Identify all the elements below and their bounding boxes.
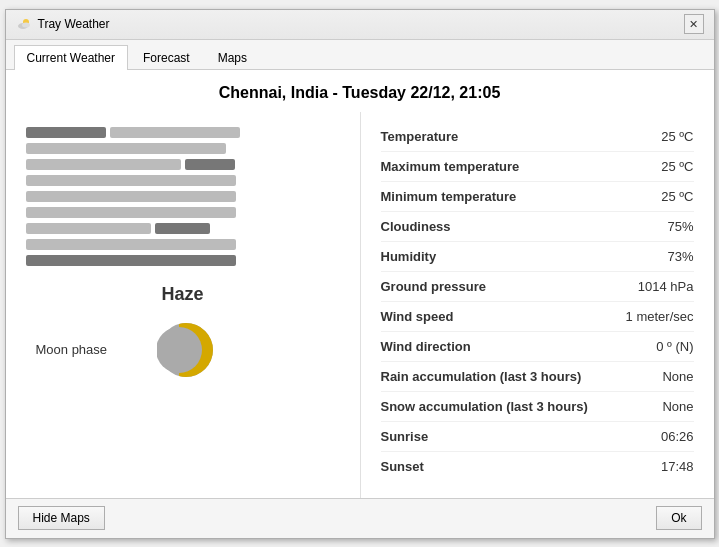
bar [26,143,226,154]
right-panel: Temperature25 ºCMaximum temperature25 ºC… [361,112,714,498]
bar-row [26,223,340,234]
bar [185,159,235,170]
weather-row-value: None [662,369,693,384]
weather-row-label: Cloudiness [381,219,451,234]
weather-row-value: None [662,399,693,414]
weather-row: Rain accumulation (last 3 hours)None [381,362,694,392]
weather-row-label: Wind speed [381,309,454,324]
weather-row: Sunset17:48 [381,452,694,481]
title-bar: Tray Weather ✕ [6,10,714,40]
bar-row [26,175,340,186]
weather-row-value: 25 ºC [661,189,693,204]
weather-row: Snow accumulation (last 3 hours)None [381,392,694,422]
hide-maps-button[interactable]: Hide Maps [18,506,105,530]
tab-maps[interactable]: Maps [205,45,260,70]
bar [26,255,236,266]
bar [26,207,236,218]
weather-row: Wind speed1 meter/sec [381,302,694,332]
weather-row-label: Rain accumulation (last 3 hours) [381,369,582,384]
ok-button[interactable]: Ok [656,506,701,530]
weather-row-value: 25 ºC [661,159,693,174]
weather-row-value: 25 ºC [661,129,693,144]
weather-condition-label: Haze [161,284,203,305]
moon-phase-row: Moon phase [26,321,340,379]
tab-current-weather[interactable]: Current Weather [14,45,128,70]
weather-row-value: 1014 hPa [638,279,694,294]
bar [26,191,236,202]
weather-row-label: Humidity [381,249,437,264]
weather-row-label: Snow accumulation (last 3 hours) [381,399,588,414]
bar-row [26,159,340,170]
weather-row-label: Ground pressure [381,279,486,294]
svg-point-6 [157,327,202,373]
bar [26,175,236,186]
title-bar-text: Tray Weather [38,17,110,31]
title-bar-left: Tray Weather [16,16,110,32]
weather-row-value: 06:26 [661,429,694,444]
bar-row [26,143,340,154]
footer: Hide Maps Ok [6,498,714,538]
weather-image [26,127,340,266]
weather-row-value: 75% [667,219,693,234]
bar [26,239,236,250]
moon-graphic [157,321,215,379]
weather-row: Sunrise06:26 [381,422,694,452]
weather-row-value: 17:48 [661,459,694,474]
bar-row [26,127,340,138]
location-header: Chennai, India - Tuesday 22/12, 21:05 [6,70,714,112]
weather-row: Temperature25 ºC [381,122,694,152]
moon-phase-label: Moon phase [36,342,108,357]
bar-row [26,255,340,266]
weather-row-label: Sunset [381,459,424,474]
main-area: Haze Moon phase [6,112,714,498]
svg-point-2 [22,23,30,28]
weather-row-label: Temperature [381,129,459,144]
weather-row: Humidity73% [381,242,694,272]
weather-row-label: Sunrise [381,429,429,444]
weather-row-label: Wind direction [381,339,471,354]
moon-svg [157,321,215,379]
app-icon [16,16,32,32]
bar-row [26,207,340,218]
weather-row-value: 1 meter/sec [626,309,694,324]
weather-row-label: Maximum temperature [381,159,520,174]
bar [110,127,240,138]
bar-row [26,239,340,250]
left-panel: Haze Moon phase [6,112,361,498]
bar-row [26,191,340,202]
bar [26,223,151,234]
weather-row-label: Minimum temperature [381,189,517,204]
weather-row-value: 73% [667,249,693,264]
weather-row-value: 0 º (N) [656,339,693,354]
weather-row: Wind direction0 º (N) [381,332,694,362]
app-window: Tray Weather ✕ Current Weather Forecast … [5,9,715,539]
close-button[interactable]: ✕ [684,14,704,34]
bar [26,127,106,138]
weather-row: Maximum temperature25 ºC [381,152,694,182]
bar [26,159,181,170]
tab-forecast[interactable]: Forecast [130,45,203,70]
bar [155,223,210,234]
weather-row: Minimum temperature25 ºC [381,182,694,212]
weather-row: Cloudiness75% [381,212,694,242]
tab-bar: Current Weather Forecast Maps [6,40,714,70]
weather-row: Ground pressure1014 hPa [381,272,694,302]
main-content: Chennai, India - Tuesday 22/12, 21:05 [6,70,714,498]
weather-data-table: Temperature25 ºCMaximum temperature25 ºC… [381,122,694,481]
